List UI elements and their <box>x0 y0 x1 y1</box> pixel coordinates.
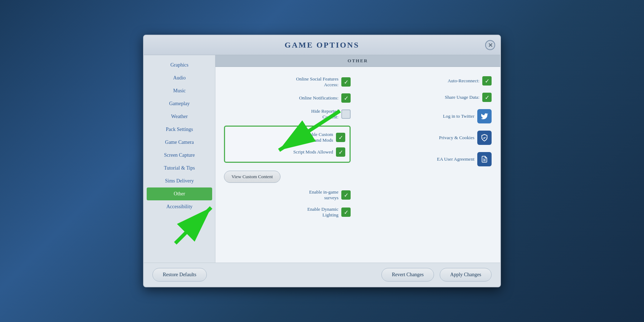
content-area: Other Online Social FeaturesAccess: ✓ On… <box>215 55 500 263</box>
dynamic-lighting-checkbox[interactable]: ✓ <box>341 208 351 217</box>
sidebar-item-game-camera[interactable]: Game Camera <box>144 136 215 149</box>
hide-reported-checkbox[interactable] <box>341 109 351 119</box>
setting-online-notifications: Online Notifications: ✓ <box>224 91 351 105</box>
ea-agreement-button[interactable] <box>477 152 492 166</box>
privacy-cookies-button[interactable] <box>477 131 492 145</box>
sidebar-item-graphics[interactable]: Graphics <box>144 59 215 72</box>
enable-custom-content-checkbox[interactable]: ✓ <box>336 133 345 142</box>
restore-defaults-button[interactable]: Restore Defaults <box>152 268 207 282</box>
setting-online-social: Online Social FeaturesAccess: ✓ <box>224 74 351 90</box>
setting-hide-reported: Hide ReportedContent: <box>224 106 351 122</box>
online-notifications-checkbox[interactable]: ✓ <box>341 93 351 103</box>
document-icon <box>481 155 488 163</box>
script-mods-label: Script Mods Allowed <box>293 149 333 155</box>
setting-script-mods: Script Mods Allowed ✓ <box>229 145 345 159</box>
hide-reported-label: Hide ReportedContent: <box>311 108 338 120</box>
twitter-icon <box>480 112 488 120</box>
game-options-modal: Game Options ✕ Graphics Audio Music Game… <box>143 35 501 287</box>
sidebar-item-other[interactable]: Other <box>147 187 212 200</box>
left-section: Online Social FeaturesAccess: ✓ Online N… <box>224 74 351 220</box>
setting-ea-agreement: EA User Agreement <box>365 150 492 169</box>
highlighted-mods-box: Enable CustomContent and Mods ✓ Script M… <box>224 126 351 163</box>
setting-twitter: Log in to Twitter <box>365 107 492 126</box>
sidebar-item-sims-delivery[interactable]: Sims Delivery <box>144 175 215 187</box>
sidebar-item-accessibility[interactable]: Accessibility <box>144 200 215 213</box>
setting-enable-surveys: Enable in-gamesurveys ✓ <box>224 187 351 203</box>
setting-dynamic-lighting: Enable DynamicLighting ✓ <box>224 204 351 220</box>
content-grid: Online Social FeaturesAccess: ✓ Online N… <box>215 67 500 227</box>
privacy-cookies-label: Privacy & Cookies <box>439 135 474 141</box>
modal-header: Game Options ✕ <box>144 35 500 55</box>
script-mods-checkbox[interactable]: ✓ <box>336 147 345 157</box>
share-usage-label: Share Usage Data: <box>445 94 479 100</box>
right-section: Auto-Reconnect: ✓ Share Usage Data: ✓ Lo… <box>365 74 492 220</box>
sidebar-item-screen-capture[interactable]: Screen Capture <box>144 149 215 162</box>
twitter-label: Log in to Twitter <box>443 113 474 119</box>
sidebar-item-music[interactable]: Music <box>144 84 215 97</box>
view-custom-content-wrapper: View Custom Content <box>224 166 351 186</box>
sidebar-item-audio[interactable]: Audio <box>144 72 215 84</box>
sidebar-item-gameplay[interactable]: Gameplay <box>144 97 215 110</box>
enable-custom-content-label: Enable CustomContent and Mods <box>299 132 333 143</box>
dynamic-lighting-label: Enable DynamicLighting <box>307 206 338 218</box>
setting-enable-custom-content: Enable CustomContent and Mods ✓ <box>229 130 345 145</box>
share-usage-checkbox[interactable]: ✓ <box>482 93 492 102</box>
enable-surveys-label: Enable in-gamesurveys <box>309 189 338 201</box>
ea-agreement-label: EA User Agreement <box>437 156 474 162</box>
content-header: Other <box>215 55 500 67</box>
modal-title: Game Options <box>285 40 360 50</box>
apply-changes-button[interactable]: Apply Changes <box>440 268 492 282</box>
online-notifications-label: Online Notifications: <box>299 95 338 101</box>
view-custom-content-button[interactable]: View Custom Content <box>224 171 280 183</box>
modal-footer: Restore Defaults Revert Changes Apply Ch… <box>144 263 500 287</box>
enable-surveys-checkbox[interactable]: ✓ <box>341 190 351 200</box>
sidebar-item-weather[interactable]: Weather <box>144 110 215 123</box>
online-social-label: Online Social FeaturesAccess: <box>296 76 338 88</box>
twitter-button[interactable] <box>477 109 492 123</box>
setting-share-usage: Share Usage Data: ✓ <box>365 91 492 104</box>
auto-reconnect-checkbox[interactable]: ✓ <box>482 76 492 86</box>
sidebar: Graphics Audio Music Gameplay Weather Pa… <box>144 55 215 263</box>
footer-right-buttons: Revert Changes Apply Changes <box>381 268 492 282</box>
auto-reconnect-label: Auto-Reconnect: <box>448 78 479 84</box>
modal-body: Graphics Audio Music Gameplay Weather Pa… <box>144 55 500 263</box>
online-social-checkbox[interactable]: ✓ <box>341 77 351 87</box>
sidebar-item-tutorial-tips[interactable]: Tutorial & Tips <box>144 162 215 175</box>
setting-privacy-cookies: Privacy & Cookies <box>365 128 492 147</box>
setting-auto-reconnect: Auto-Reconnect: ✓ <box>365 74 492 88</box>
sidebar-item-pack-settings[interactable]: Pack Settings <box>144 123 215 136</box>
shield-check-icon <box>480 134 488 142</box>
revert-changes-button[interactable]: Revert Changes <box>381 268 434 282</box>
close-button[interactable]: ✕ <box>485 40 495 50</box>
